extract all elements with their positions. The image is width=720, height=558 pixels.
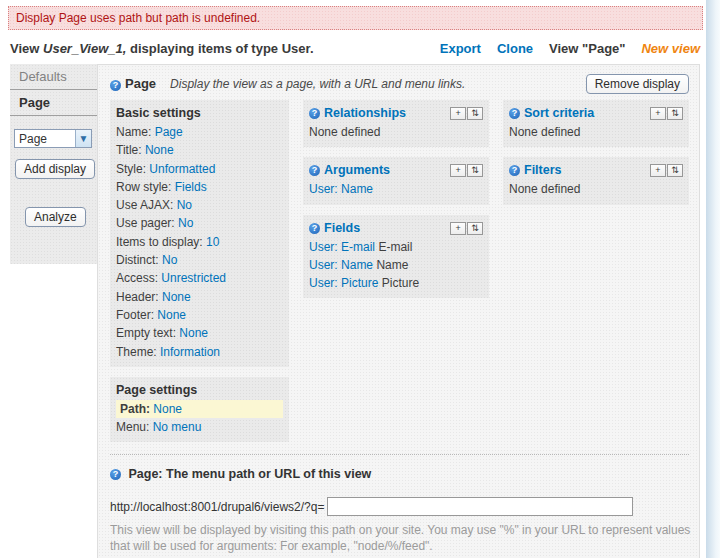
setting-value-link[interactable]: Unrestricted <box>161 271 226 285</box>
page-settings-title: Page settings <box>116 381 283 400</box>
section-item-link[interactable]: User: Name <box>309 182 373 196</box>
path-input[interactable] <box>327 497 633 516</box>
setting-label: Title: <box>116 143 145 157</box>
section-title-link[interactable]: Sort criteria <box>524 104 594 123</box>
setting-label: Menu: <box>116 420 153 434</box>
remove-display-button[interactable]: Remove display <box>586 74 689 94</box>
analyze-button[interactable]: Analyze <box>25 207 86 227</box>
section-item-link[interactable]: User: Picture <box>309 276 378 290</box>
section-item: User: Picture Picture <box>309 274 483 292</box>
section-buttons: +⇅ <box>450 222 483 235</box>
sidebar-tab-page[interactable]: Page <box>10 90 97 116</box>
view-title: View User_View_1, displaying items of ty… <box>10 41 314 56</box>
add-icon-button[interactable]: + <box>450 164 466 177</box>
view-title-prefix: View <box>10 41 39 56</box>
new-view-link[interactable]: New view <box>641 41 700 56</box>
add-icon-button[interactable]: + <box>650 107 666 120</box>
setting-row: Access: Unrestricted <box>116 269 283 287</box>
section-header: ?Filters+⇅ <box>509 161 683 180</box>
add-display-button[interactable]: Add display <box>15 159 95 179</box>
view-title-suffix: displaying items of type User. <box>130 41 314 56</box>
display-settings-panel: ? Page Display the view as a page, with … <box>97 64 700 558</box>
section-title-link[interactable]: Fields <box>324 219 360 238</box>
setting-value-link[interactable]: Fields <box>175 180 207 194</box>
sort-criteria-box: ?Sort criteria+⇅None defined <box>503 100 689 147</box>
export-link[interactable]: Export <box>440 41 481 56</box>
display-description: Display the view as a page, with a URL a… <box>170 77 465 91</box>
header-links: Export Clone View "Page" New view <box>440 41 700 56</box>
setting-label: Footer: <box>116 308 157 322</box>
section-item-link[interactable]: User: E-mail <box>309 240 375 254</box>
section-item: User: Name <box>309 180 483 198</box>
setting-label: Use pager: <box>116 216 178 230</box>
help-icon[interactable]: ? <box>110 80 121 91</box>
error-message-text: Display Page uses path but path is undef… <box>16 11 260 25</box>
panel-header: ? Page Display the view as a page, with … <box>98 65 699 100</box>
section-item: User: Name Name <box>309 256 483 274</box>
section-item: None defined <box>309 123 483 141</box>
setting-value-link[interactable]: No <box>177 198 192 212</box>
help-icon[interactable]: ? <box>309 223 320 234</box>
setting-label: Use AJAX: <box>116 198 177 212</box>
section-buttons: +⇅ <box>450 164 483 177</box>
help-icon[interactable]: ? <box>110 469 121 480</box>
display-select[interactable]: Page ▼ <box>14 129 92 148</box>
setting-value-link[interactable]: None <box>179 326 208 340</box>
setting-label: Name: <box>116 125 155 139</box>
path-config-form: ? Page: The menu path or URL of this vie… <box>110 454 689 558</box>
section-title-link[interactable]: Relationships <box>324 104 406 123</box>
setting-label: Header: <box>116 290 162 304</box>
section-title-link[interactable]: Filters <box>524 161 562 180</box>
setting-value-link[interactable]: No <box>178 216 193 230</box>
settings-columns: Basic settings Name: PageTitle: NoneStyl… <box>98 100 699 452</box>
view-page-link[interactable]: View "Page" <box>549 41 625 56</box>
setting-value-link[interactable]: None <box>162 290 191 304</box>
setting-label: Distinct: <box>116 253 162 267</box>
setting-value-link[interactable]: 10 <box>206 235 219 249</box>
display-title: Page <box>125 76 156 91</box>
help-icon[interactable]: ? <box>309 108 320 119</box>
setting-value-link[interactable]: Information <box>160 345 220 359</box>
setting-value-link[interactable]: None <box>145 143 174 157</box>
views-workspace: Defaults Page Page ▼ Add display Analyze… <box>10 64 700 558</box>
section-header: ?Sort criteria+⇅ <box>509 104 683 123</box>
clone-link[interactable]: Clone <box>497 41 533 56</box>
rearrange-icon-button[interactable]: ⇅ <box>667 107 683 120</box>
rearrange-icon-button[interactable]: ⇅ <box>467 164 483 177</box>
chevron-down-icon: ▼ <box>75 130 91 147</box>
relationships-box: ?Relationships+⇅None defined <box>303 100 489 147</box>
setting-value-link[interactable]: No <box>162 253 177 267</box>
section-empty-text: None defined <box>509 182 580 196</box>
sidebar-tab-defaults[interactable]: Defaults <box>10 64 97 90</box>
section-item-link[interactable]: User: Name <box>309 258 373 272</box>
add-icon-button[interactable]: + <box>650 164 666 177</box>
rearrange-icon-button[interactable]: ⇅ <box>467 107 483 120</box>
rearrange-icon-button[interactable]: ⇅ <box>467 222 483 235</box>
view-name: User_View_1, <box>43 41 126 56</box>
setting-row: Name: Page <box>116 123 283 141</box>
setting-value-link[interactable]: No menu <box>153 420 202 434</box>
section-title-link[interactable]: Arguments <box>324 161 390 180</box>
config-heading: ? Page: The menu path or URL of this vie… <box>110 467 689 481</box>
setting-label: Items to display: <box>116 235 206 249</box>
help-icon[interactable]: ? <box>509 108 520 119</box>
config-heading-text: Page: The menu path or URL of this view <box>128 467 371 481</box>
section-item-label: Picture <box>378 276 419 290</box>
setting-value-link[interactable]: Unformatted <box>149 162 215 176</box>
setting-value-link[interactable]: None <box>157 308 186 322</box>
rearrange-icon-button[interactable]: ⇅ <box>667 164 683 177</box>
add-icon-button[interactable]: + <box>450 107 466 120</box>
section-item-label: Name <box>373 258 408 272</box>
setting-row: Footer: None <box>116 306 283 324</box>
help-icon[interactable]: ? <box>509 165 520 176</box>
setting-row: Path: None <box>116 400 283 418</box>
setting-label: Access: <box>116 271 161 285</box>
help-icon[interactable]: ? <box>309 165 320 176</box>
add-icon-button[interactable]: + <box>450 222 466 235</box>
setting-value-link[interactable]: None <box>153 402 182 416</box>
setting-label: Theme: <box>116 345 160 359</box>
section-buttons: +⇅ <box>650 107 683 120</box>
setting-row: Empty text: None <box>116 324 283 342</box>
setting-value-link[interactable]: Page <box>155 125 183 139</box>
section-item: None defined <box>509 123 683 141</box>
